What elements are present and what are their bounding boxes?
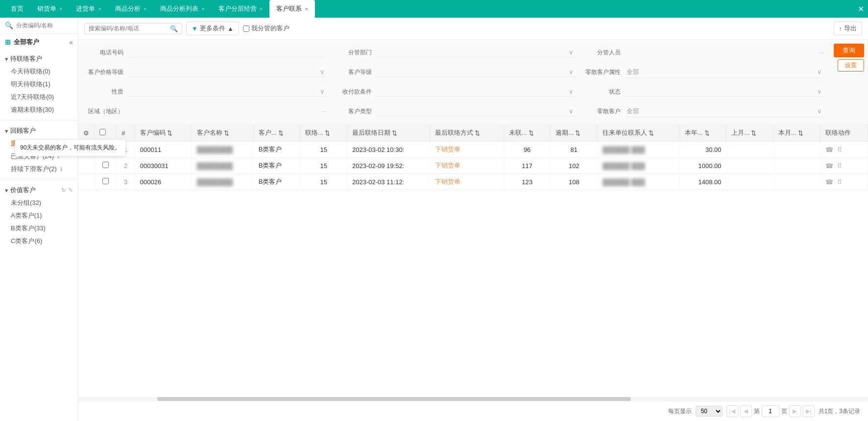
- sidebar-group-label-review[interactable]: ▾ 回顾客户: [0, 124, 78, 137]
- tab-purchase[interactable]: 进货单 ×: [69, 0, 108, 18]
- sidebar-item-classA[interactable]: A类客户(1): [0, 209, 78, 222]
- tab-product-analysis-list[interactable]: 商品分析列表 ×: [153, 0, 211, 18]
- filter-field-person: 分管人员 ···: [581, 45, 824, 60]
- row-no-contact: 96: [504, 142, 551, 158]
- my-customers-checkbox-label[interactable]: 我分管的客户: [243, 24, 289, 33]
- search-input[interactable]: [89, 25, 167, 32]
- person-dots[interactable]: ···: [819, 49, 824, 56]
- row-last-contact-date: 2023-02-03 11:12:: [347, 174, 430, 190]
- col-name[interactable]: 客户名称 ⇅: [192, 124, 253, 142]
- prev-page-button[interactable]: ◀: [740, 405, 752, 417]
- sidebar-group-label-value[interactable]: ▾ 价值客户 ↻ ✎: [0, 184, 78, 197]
- close-icon[interactable]: ×: [59, 6, 62, 12]
- first-page-button[interactable]: |◀: [726, 405, 738, 417]
- sidebar-item-ungroup[interactable]: 未分组(32): [0, 197, 78, 209]
- action-more-icon[interactable]: ⠿: [837, 162, 842, 170]
- window-close-button[interactable]: ✕: [858, 4, 864, 14]
- sort-icon: ⇅: [475, 129, 480, 137]
- filter-field-region: 区域（地区） ···: [84, 103, 327, 119]
- action-phone-icon[interactable]: ☎: [825, 162, 833, 170]
- sidebar-item-7days[interactable]: 近7天待联络(0): [0, 91, 78, 103]
- close-icon[interactable]: ×: [144, 6, 146, 12]
- close-icon[interactable]: ×: [260, 6, 263, 12]
- col-code[interactable]: 客户编码 ⇅: [135, 124, 192, 142]
- sidebar-item-declining[interactable]: 持续下滑客户(2) ℹ: [0, 163, 78, 175]
- contact-way-link[interactable]: 下销货单: [435, 162, 460, 169]
- retail-customer-select[interactable]: 全部 ∨: [625, 106, 824, 117]
- col-type[interactable]: 客户... ⇅: [253, 124, 300, 142]
- dept-select[interactable]: ∨: [376, 48, 575, 57]
- last-page-button[interactable]: ▶|: [803, 405, 815, 417]
- row-type: B类客户: [253, 174, 300, 190]
- col-overdue[interactable]: 逾期... ⇅: [551, 124, 598, 142]
- action-phone-icon[interactable]: ☎: [825, 178, 833, 186]
- row-settings: [78, 174, 95, 190]
- sidebar-item-today[interactable]: 今天待联络(0): [0, 65, 78, 78]
- sidebar-item-overdue[interactable]: 逾期未联络(30): [0, 103, 78, 116]
- row-overdue: 102: [551, 158, 598, 174]
- settings-button[interactable]: 设置: [838, 59, 864, 72]
- col-last-month[interactable]: 上月... ⇅: [726, 124, 773, 142]
- my-customers-checkbox[interactable]: [243, 25, 249, 32]
- arrow-icon: ▾: [5, 55, 8, 63]
- all-customers-label[interactable]: 全部客户: [14, 38, 39, 47]
- customer-type-select[interactable]: ∨: [376, 106, 575, 116]
- row-select-checkbox[interactable]: [102, 162, 109, 168]
- sidebar-item-tomorrow[interactable]: 明天待联络(1): [0, 78, 78, 91]
- status-select[interactable]: ∨: [625, 87, 824, 97]
- col-this-month[interactable]: 本月... ⇅: [773, 124, 820, 142]
- query-button[interactable]: 查询: [834, 44, 864, 57]
- advanced-filter-panel: 电话号码 分管部门 ∨ 分管人员 ···: [78, 40, 868, 124]
- edit-icon[interactable]: ✎: [68, 187, 73, 194]
- col-unit-contact[interactable]: 往来单位联系人 ⇅: [598, 124, 680, 142]
- contact-way-link[interactable]: 下销货单: [435, 146, 460, 153]
- tab-customer-tier[interactable]: 客户分层经营 ×: [212, 0, 269, 18]
- export-icon: ↑: [839, 25, 843, 32]
- action-phone-icon[interactable]: ☎: [825, 146, 833, 153]
- next-page-button[interactable]: ▶: [789, 405, 801, 417]
- export-button[interactable]: ↑ 导出: [834, 22, 863, 35]
- close-icon[interactable]: ×: [201, 6, 204, 12]
- col-last-contact-date[interactable]: 最后联络日期 ⇅: [347, 124, 430, 142]
- price-level-select[interactable]: ∨: [127, 67, 327, 77]
- retail-attr-select[interactable]: 全部 ∨: [625, 67, 824, 78]
- select-all-checkbox[interactable]: [99, 129, 106, 135]
- collapse-icon[interactable]: «: [69, 38, 73, 46]
- chevron-down-icon: ∨: [817, 88, 822, 95]
- col-this-year[interactable]: 本年... ⇅: [679, 124, 726, 142]
- tab-sales[interactable]: 销货单 ×: [30, 0, 69, 18]
- tab-home[interactable]: 首页: [4, 0, 30, 18]
- row-this-year: 1000.00: [679, 158, 726, 174]
- table-container: ⚙ # 客户编码 ⇅ 客户名称 ⇅ 客户... ⇅ 联络... ⇅ 最后联络日期…: [78, 124, 868, 397]
- page-number-input[interactable]: [762, 405, 779, 417]
- sidebar-item-classC[interactable]: C类客户(6): [0, 235, 78, 248]
- table-row: 2 00030031 ████████ B类客户 15 2023-02-09 1…: [78, 158, 868, 174]
- customer-level-select[interactable]: ∨: [376, 67, 575, 77]
- payment-select[interactable]: ∨: [376, 87, 575, 97]
- tab-product-analysis[interactable]: 商品分析 ×: [108, 0, 153, 18]
- sidebar-search-input[interactable]: [16, 22, 90, 29]
- col-no-contact[interactable]: 未联... ⇅: [504, 124, 551, 142]
- filter-field-status: 状态 ∨: [581, 84, 824, 99]
- action-more-icon[interactable]: ⠿: [837, 178, 842, 186]
- region-dots[interactable]: ···: [322, 108, 327, 115]
- tab-customer-contact[interactable]: 客户联系 ×: [269, 0, 314, 18]
- horizontal-scrollbar[interactable]: [78, 397, 868, 401]
- sidebar-item-classB[interactable]: B类客户(33): [0, 222, 78, 235]
- more-conditions-button[interactable]: ▼ 更多条件 ▲: [186, 22, 239, 35]
- scroll-thumb[interactable]: [157, 397, 631, 401]
- close-icon[interactable]: ×: [98, 6, 101, 12]
- row-select-checkbox[interactable]: [102, 178, 109, 184]
- action-more-icon[interactable]: ⠿: [837, 146, 842, 153]
- row-code: 000026: [135, 174, 192, 190]
- sidebar-group-label-pending[interactable]: ▾ 待联络客户: [0, 52, 78, 65]
- phone-input[interactable]: [127, 48, 327, 57]
- per-page-select[interactable]: 50 20 100: [696, 406, 723, 417]
- refresh-icon[interactable]: ↻: [61, 187, 66, 194]
- close-icon[interactable]: ×: [305, 6, 308, 12]
- col-last-contact-way[interactable]: 最后联络方式 ⇅: [430, 124, 504, 142]
- nature-select[interactable]: ∨: [127, 87, 327, 97]
- col-contact[interactable]: 联络... ⇅: [300, 124, 347, 142]
- contact-way-link[interactable]: 下销货单: [435, 178, 460, 185]
- chevron-down-icon: ∨: [569, 88, 574, 95]
